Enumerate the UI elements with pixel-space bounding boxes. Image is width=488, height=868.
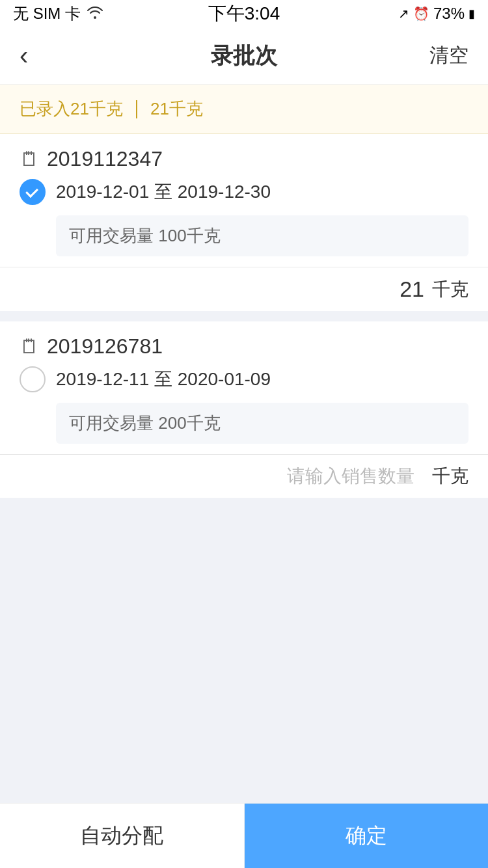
batch-date-1: 2019-12-01 至 2019-12-30 — [56, 180, 271, 204]
status-bar-right: ↗ ⏰ 73% ▮ — [398, 5, 475, 23]
wifi-icon — [86, 5, 104, 23]
quantity-row-1: 21 千克 — [0, 267, 488, 311]
total-label: 21千克 — [150, 98, 203, 120]
recorded-label: 已录入21千克 — [20, 98, 123, 120]
status-bar-time: 下午3:04 — [208, 1, 280, 26]
quantity-unit-2: 千克 — [432, 464, 468, 489]
batch-doc-icon-2: 🗒 — [20, 336, 39, 358]
confirm-button[interactable]: 确定 — [245, 804, 489, 868]
available-label-2: 可用交易量 200千克 — [56, 403, 468, 444]
carrier-text: 无 SIM 卡 — [13, 3, 81, 24]
batch-date-2: 2019-12-11 至 2020-01-09 — [56, 367, 271, 392]
section-divider — [0, 311, 488, 321]
clear-button[interactable]: 清空 — [429, 42, 468, 69]
radio-button-1[interactable] — [20, 179, 46, 205]
quantity-unit-1: 千克 — [432, 277, 468, 302]
batch-item-1: 🗒 2019112347 2019-12-01 至 2019-12-30 可用交… — [0, 134, 488, 256]
info-banner: 已录入21千克 21千克 — [0, 85, 488, 134]
quantity-value-1: 21 — [400, 277, 424, 302]
auto-assign-button[interactable]: 自动分配 — [0, 804, 245, 868]
batch-section-1: 🗒 2019112347 2019-12-01 至 2019-12-30 可用交… — [0, 134, 488, 311]
batch-header-2: 🗒 2019126781 — [20, 334, 468, 359]
batch-doc-icon-1: 🗒 — [20, 148, 39, 170]
batch-id-2: 2019126781 — [47, 334, 163, 359]
status-bar: 无 SIM 卡 下午3:04 ↗ ⏰ 73% ▮ — [0, 0, 488, 27]
quantity-input-row-2: 千克 — [0, 454, 488, 498]
footer: 自动分配 确定 — [0, 803, 488, 868]
radio-button-2[interactable] — [20, 366, 46, 392]
location-icon: ↗ — [398, 6, 409, 21]
batch-header-1: 🗒 2019112347 — [20, 147, 468, 171]
status-bar-left: 无 SIM 卡 — [13, 3, 104, 24]
quantity-input-2[interactable] — [20, 466, 424, 487]
batch-item-2: 🗒 2019126781 2019-12-11 至 2020-01-09 可用交… — [0, 321, 488, 444]
battery-text: 73% — [433, 5, 465, 23]
banner-divider — [136, 100, 137, 118]
alarm-icon: ⏰ — [413, 6, 429, 21]
batch-id-1: 2019112347 — [47, 147, 163, 171]
page-title: 录批次 — [211, 41, 277, 71]
battery-icon: ▮ — [468, 7, 475, 21]
back-button[interactable]: ‹ — [20, 41, 59, 70]
nav-bar: ‹ 录批次 清空 — [0, 27, 488, 85]
batch-section-2: 🗒 2019126781 2019-12-11 至 2020-01-09 可用交… — [0, 321, 488, 498]
batch-date-row-1[interactable]: 2019-12-01 至 2019-12-30 — [20, 179, 468, 205]
batch-date-row-2[interactable]: 2019-12-11 至 2020-01-09 — [20, 366, 468, 392]
bottom-area — [0, 498, 488, 758]
available-label-1: 可用交易量 100千克 — [56, 215, 468, 256]
